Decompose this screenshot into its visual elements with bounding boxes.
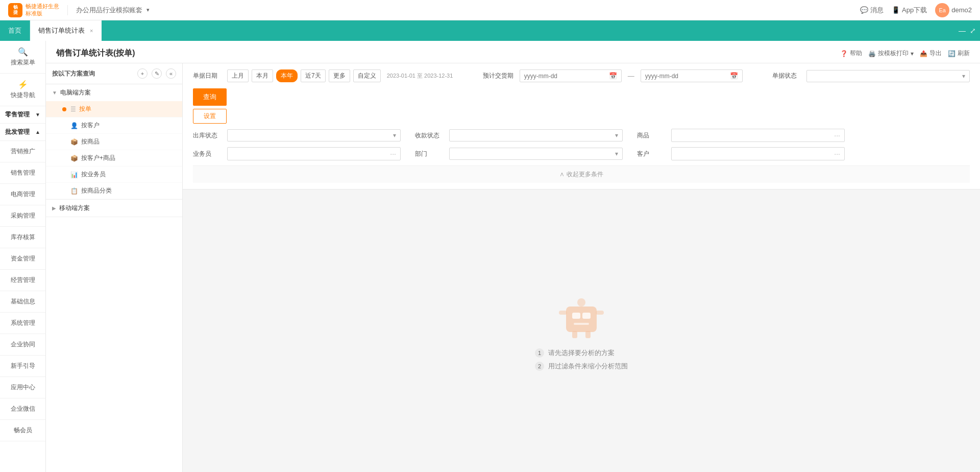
app-title: 办公用品行业模拟账套 <box>76 6 142 15</box>
user-menu[interactable]: Ea demo2 <box>935 3 972 17</box>
sidebar-item-finance[interactable]: 资金管理 <box>0 248 45 270</box>
sidebar-item-wechat[interactable]: 企业微信 <box>0 398 45 420</box>
logo-text: 畅捷通好生意 标准版 <box>26 3 59 16</box>
export-icon: 📤 <box>920 50 927 57</box>
export-btn[interactable]: 📤 导出 <box>920 49 942 58</box>
sidebar-item-purchase[interactable]: 采购管理 <box>0 205 45 227</box>
svg-rect-3 <box>574 323 589 325</box>
expected-date-end-wrap[interactable]: 📅 <box>641 69 743 82</box>
expected-date-end-input[interactable] <box>645 73 727 80</box>
salesperson-label: 业务员 <box>193 150 221 158</box>
scheme-collapse-btn[interactable]: « <box>166 68 176 79</box>
sidebar-item-apps[interactable]: 应用中心 <box>0 377 45 398</box>
refresh-btn[interactable]: 🔄 刷新 <box>948 49 970 58</box>
scheme-item-by-customer-product[interactable]: 📦 按客户+商品 <box>46 150 182 167</box>
date-btn-this-month[interactable]: 本月 <box>252 69 273 82</box>
tab-sales-order-stat[interactable]: 销售订单统计表 × <box>30 20 102 41</box>
sidebar-item-onboarding[interactable]: 新手引导 <box>0 356 45 377</box>
shipment-dropdown-icon: ▾ <box>393 132 396 139</box>
help-btn[interactable]: ❓ 帮助 <box>840 49 862 58</box>
query-action-btns: 查询 设置 <box>193 88 227 124</box>
topbar-right: 💬 消息 📱 App下载 Ea demo2 <box>860 3 972 17</box>
print-icon: 🖨️ <box>868 50 876 57</box>
shipment-status-label: 出库状态 <box>193 131 221 140</box>
scheme-group-pc-header[interactable]: ▼ 电脑端方案 <box>46 84 182 101</box>
mobile-group-toggle-icon: ▶ <box>52 205 56 211</box>
calendar-icon-2: 📅 <box>730 72 738 80</box>
svg-rect-1 <box>572 313 580 319</box>
scheme-item-by-product[interactable]: 📦 按商品 <box>46 134 182 150</box>
sidebar-item-system[interactable]: 系统管理 <box>0 313 45 334</box>
tab-minimize-btn[interactable]: — <box>959 27 966 35</box>
date-btn-group: 上月 本月 本年 近7天 更多 自定义 <box>227 69 381 82</box>
tip-num-1: 1 <box>535 348 544 358</box>
sidebar-item-search[interactable]: 🔍 搜索菜单 <box>0 41 45 74</box>
tab-home[interactable]: 首页 <box>0 20 30 41</box>
customer-more-icon[interactable]: ··· <box>834 150 840 158</box>
sidebar-item-retail[interactable]: 零售管理 ▼ <box>0 106 45 124</box>
tab-maximize-btn[interactable]: ⤢ <box>970 27 976 35</box>
query-btn[interactable]: 查询 <box>193 88 227 106</box>
status-select[interactable]: ▾ <box>806 70 970 82</box>
date-btn-custom[interactable]: 自定义 <box>353 69 381 82</box>
by-product-category-icon: 📋 <box>70 187 78 195</box>
scheme-item-by-product-category[interactable]: 📋 按商品分类 <box>46 183 182 199</box>
sidebar-item-inventory[interactable]: 库存核算 <box>0 227 45 248</box>
date-btn-last-month[interactable]: 上月 <box>227 69 249 82</box>
expected-date-start-input[interactable] <box>524 73 606 80</box>
svg-rect-0 <box>566 306 597 332</box>
scheme-item-by-order[interactable]: ☰ 按单 <box>46 101 182 117</box>
date-btn-more[interactable]: 更多 <box>329 69 350 82</box>
body-area: 按以下方案查询 + ✎ « ▼ 电脑端方案 ☰ <box>46 63 980 472</box>
dept-select[interactable]: ▾ <box>449 148 623 160</box>
date-btn-last-7-days[interactable]: 近7天 <box>301 69 326 82</box>
retail-arrow-icon: ▼ <box>35 112 40 117</box>
print-btn[interactable]: 🖨️ 按模板打印 ▾ <box>868 49 914 58</box>
sidebar-item-membership[interactable]: 畅会员 <box>0 420 45 441</box>
tabbar: 首页 销售订单统计表 × — ⤢ <box>0 20 980 41</box>
customer-input-wrap[interactable]: ··· <box>671 147 845 160</box>
salesperson-input[interactable] <box>232 150 390 157</box>
left-scheme-panel: 按以下方案查询 + ✎ « ▼ 电脑端方案 ☰ <box>46 63 183 472</box>
app-download-btn[interactable]: 📱 App下载 <box>892 6 927 15</box>
payment-status-select[interactable]: ▾ <box>449 129 623 141</box>
sidebar-item-operations[interactable]: 经营管理 <box>0 270 45 291</box>
message-btn[interactable]: 💬 消息 <box>860 6 884 15</box>
scheme-add-btn[interactable]: + <box>137 68 148 79</box>
scheme-item-by-customer[interactable]: 👤 按客户 <box>46 117 182 134</box>
scheme-group-mobile-header[interactable]: ▶ 移动端方案 <box>46 200 182 217</box>
sidebar-item-enterprise[interactable]: 企业协同 <box>0 334 45 356</box>
sidebar-item-ecommerce[interactable]: 电商管理 <box>0 184 45 205</box>
product-input-wrap[interactable]: ··· <box>671 129 845 142</box>
empty-tips: 1 请先选择要分析的方案 2 用过滤条件来缩小分析范围 <box>535 348 628 371</box>
collapse-bar[interactable]: ∧ 收起更多条件 <box>193 166 970 183</box>
svg-rect-7 <box>559 311 567 315</box>
topbar-dropdown-icon[interactable]: ▾ <box>146 7 150 13</box>
filter-row-1: 单据日期 上月 本月 本年 近7天 更多 自定义 2023-01-01 至 20… <box>193 69 970 124</box>
scheme-header-actions: + ✎ « <box>137 68 176 79</box>
salesperson-input-wrap[interactable]: ··· <box>227 147 401 160</box>
tab-close-icon[interactable]: × <box>90 28 93 34</box>
product-more-icon[interactable]: ··· <box>834 131 840 139</box>
expected-date-start-wrap[interactable]: 📅 <box>520 69 622 82</box>
scheme-item-by-salesperson[interactable]: 📊 按业务员 <box>46 167 182 183</box>
product-input[interactable] <box>676 132 834 139</box>
by-product-icon: 📦 <box>70 138 78 146</box>
shipment-status-select[interactable]: ▾ <box>227 129 401 141</box>
salesperson-more-icon[interactable]: ··· <box>390 150 396 158</box>
date-btn-this-year[interactable]: 本年 <box>276 69 298 82</box>
scheme-edit-btn[interactable]: ✎ <box>152 68 162 79</box>
sidebar-item-basic[interactable]: 基础信息 <box>0 291 45 313</box>
sidebar: 🔍 搜索菜单 ⚡ 快捷导航 零售管理 ▼ 批发管理 ▲ 营销推广 销售管理 电商… <box>0 41 46 472</box>
date-range-text: 2023-01-01 至 2023-12-31 <box>387 72 453 80</box>
sidebar-item-quick-nav[interactable]: ⚡ 快捷导航 <box>0 74 45 106</box>
sidebar-item-marketing[interactable]: 营销推广 <box>0 141 45 162</box>
sidebar-item-sales[interactable]: 销售管理 <box>0 162 45 184</box>
expected-date-label: 预计交货期 <box>483 72 513 80</box>
setting-btn[interactable]: 设置 <box>193 109 227 124</box>
sidebar-item-wholesale[interactable]: 批发管理 ▲ <box>0 124 45 141</box>
tab-right-actions: — ⤢ <box>959 27 980 35</box>
scheme-group-pc: ▼ 电脑端方案 ☰ 按单 👤 按客户 📦 <box>46 84 182 200</box>
customer-input[interactable] <box>676 150 834 157</box>
svg-rect-8 <box>596 311 604 315</box>
